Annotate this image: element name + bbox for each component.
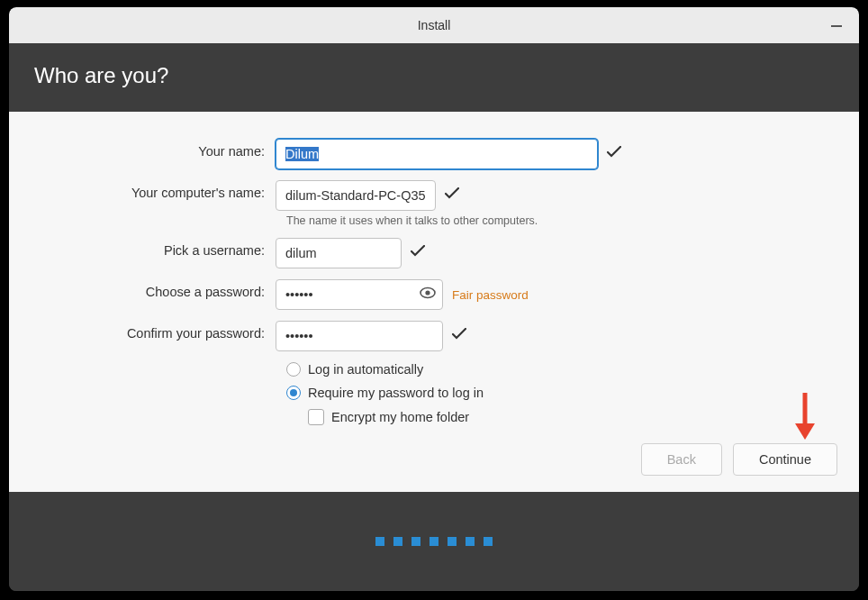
password-label: Choose a password: — [31, 279, 276, 299]
password-strength: Fair password — [452, 288, 529, 302]
progress-indicator — [9, 492, 859, 591]
radio-require-label: Require my password to log in — [308, 386, 484, 400]
row-computer: Your computer's name: — [31, 180, 837, 211]
progress-dot — [429, 537, 439, 546]
password-input[interactable] — [276, 279, 443, 310]
encrypt-label: Encrypt my home folder — [331, 410, 469, 424]
row-name: Your name: — [31, 139, 837, 169]
continue-button[interactable]: Continue — [733, 443, 837, 476]
check-icon — [411, 245, 425, 261]
check-icon — [452, 328, 466, 344]
confirm-label: Confirm your password: — [31, 321, 276, 341]
radio-auto-label: Log in automatically — [308, 362, 423, 377]
minimize-icon[interactable] — [830, 20, 843, 32]
progress-dot — [411, 537, 420, 546]
svg-point-2 — [425, 290, 429, 295]
computer-input[interactable] — [276, 180, 436, 211]
name-label: Your name: — [31, 139, 276, 159]
checkbox-icon[interactable] — [308, 409, 324, 425]
eye-icon[interactable] — [420, 286, 436, 303]
computer-hint: The name it uses when it talks to other … — [286, 214, 837, 227]
progress-dot — [448, 537, 457, 546]
checkbox-encrypt[interactable]: Encrypt my home folder — [308, 409, 837, 425]
confirm-input[interactable] — [276, 321, 443, 351]
row-username: Pick a username: — [31, 238, 837, 268]
row-password: Choose a password: Fair password — [31, 279, 837, 310]
button-row: Back Continue — [641, 443, 837, 476]
svg-rect-0 — [831, 25, 842, 27]
radio-icon[interactable] — [286, 362, 301, 377]
name-input[interactable] — [276, 139, 598, 169]
install-window: Install Who are you? Your name: Your com… — [9, 7, 859, 591]
progress-dot — [375, 537, 384, 546]
radio-icon[interactable] — [286, 386, 301, 400]
check-icon — [607, 146, 621, 162]
back-button[interactable]: Back — [641, 443, 722, 476]
computer-label: Your computer's name: — [31, 180, 276, 200]
content-area: Your name: Your computer's name: The nam… — [9, 112, 859, 492]
titlebar: Install — [9, 7, 859, 43]
row-confirm: Confirm your password: — [31, 321, 837, 351]
login-options: Log in automatically Require my password… — [286, 362, 837, 425]
radio-auto-login[interactable]: Log in automatically — [286, 362, 837, 377]
progress-dot — [484, 537, 493, 546]
check-icon — [445, 187, 459, 204]
progress-dot — [466, 537, 475, 546]
radio-require-password[interactable]: Require my password to log in — [286, 386, 837, 400]
window-title: Install — [418, 18, 451, 32]
page-header: Who are you? — [9, 43, 859, 112]
username-input[interactable] — [276, 238, 402, 268]
username-label: Pick a username: — [31, 238, 276, 258]
svg-marker-4 — [795, 423, 815, 440]
progress-dot — [393, 537, 402, 546]
page-title: Who are you? — [34, 63, 834, 88]
